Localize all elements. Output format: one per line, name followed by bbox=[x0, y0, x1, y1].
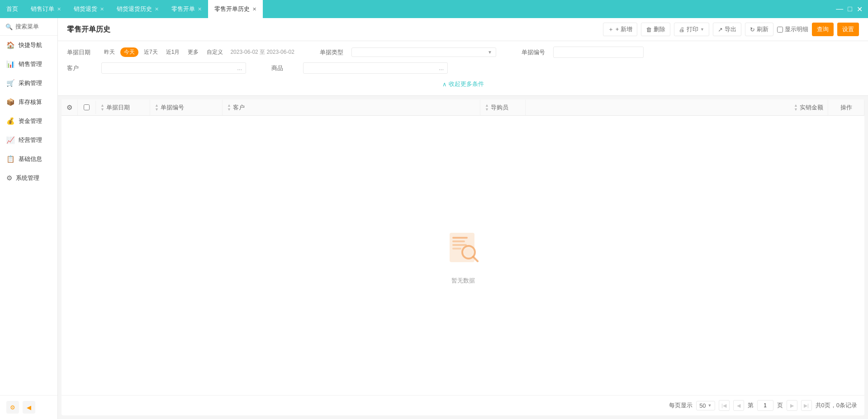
filter-row-1: 单据日期 昨天 今天 近7天 近1月 更多 自定义 2023-06-02 至 2… bbox=[67, 47, 859, 58]
page-first-btn[interactable]: |◀ bbox=[719, 400, 730, 411]
close-tab-retail-order-history[interactable]: ✕ bbox=[252, 6, 256, 12]
table-header: ⚙ ▲▼ 单据日期 ▲▼ 单据编号 ▲▼ 客户 ▲▼ bbox=[62, 99, 864, 116]
th-settings[interactable]: ⚙ bbox=[62, 100, 78, 115]
date-btn-today[interactable]: 今天 bbox=[120, 47, 138, 57]
tab-retail-order-history[interactable]: 零售开单历史 ✕ bbox=[208, 0, 263, 18]
pagination-total: 共0页，0条记录 bbox=[816, 401, 857, 410]
customer-label: 客户 bbox=[67, 64, 94, 72]
th-order-no[interactable]: ▲▼ 单据编号 bbox=[150, 100, 223, 115]
sidebar-item-quick-nav[interactable]: 🏠 快捷导航 bbox=[0, 36, 57, 55]
export-button[interactable]: ↗ 导出 bbox=[713, 23, 741, 36]
page-input[interactable] bbox=[757, 400, 773, 411]
maximize-btn[interactable]: □ bbox=[848, 5, 852, 13]
sidebar-settings-btn[interactable]: ⚙ bbox=[6, 401, 19, 414]
page-last-btn[interactable]: ▶| bbox=[801, 400, 812, 411]
page-size-arrow: ▼ bbox=[708, 403, 712, 408]
sidebar-collapse-btn[interactable]: ◀ bbox=[23, 401, 35, 414]
svg-rect-4 bbox=[452, 248, 461, 250]
date-btn-7days[interactable]: 近7天 bbox=[141, 47, 161, 57]
svg-rect-1 bbox=[452, 237, 468, 239]
tab-list: 首页 销售订单 ✕ 销货退货 ✕ 销货退货历史 ✕ 零售开单 ✕ 零售开单历史 … bbox=[0, 0, 836, 18]
empty-illustration bbox=[441, 226, 486, 271]
purchase-icon: 🛒 bbox=[6, 79, 15, 87]
th-guide[interactable]: ▲▼ 导购员 bbox=[480, 100, 526, 115]
print-icon: 🖨 bbox=[679, 26, 685, 33]
date-btn-custom[interactable]: 自定义 bbox=[204, 47, 226, 57]
page-next-btn[interactable]: ▶ bbox=[787, 400, 797, 411]
sort-amount-icon: ▲▼ bbox=[794, 104, 798, 112]
customer-dots-icon: ... bbox=[237, 65, 242, 71]
select-all-checkbox[interactable] bbox=[84, 104, 90, 110]
filter-area: 单据日期 昨天 今天 近7天 近1月 更多 自定义 2023-06-02 至 2… bbox=[58, 41, 868, 96]
query-button[interactable]: 查询 bbox=[812, 23, 834, 36]
close-tab-sales-return[interactable]: ✕ bbox=[100, 6, 104, 12]
date-btn-1month[interactable]: 近1月 bbox=[163, 47, 183, 57]
date-label: 单据日期 bbox=[67, 48, 94, 56]
tab-home[interactable]: 首页 bbox=[0, 0, 24, 18]
settings-gear-icon: ⚙ bbox=[66, 104, 72, 112]
type-select-arrow: ▼ bbox=[488, 50, 492, 55]
collapse-button[interactable]: ∧ 收起更多条件 bbox=[442, 78, 484, 90]
customer-input[interactable]: ... bbox=[101, 62, 246, 74]
page-prev-btn[interactable]: ◀ bbox=[733, 400, 744, 411]
sort-customer-icon: ▲▼ bbox=[227, 104, 231, 112]
filter-row-2: 客户 ... 商品 ... bbox=[67, 62, 859, 74]
sidebar-bottom: ⚙ ◀ bbox=[0, 395, 57, 419]
page-unit: 页 bbox=[777, 401, 783, 410]
close-tab-sales-return-history[interactable]: ✕ bbox=[155, 6, 159, 12]
goods-dots-icon: ... bbox=[439, 65, 444, 71]
minimize-btn[interactable]: — bbox=[836, 5, 843, 13]
order-no-input[interactable] bbox=[553, 47, 644, 58]
system-icon: ⚙ bbox=[6, 174, 12, 182]
settings-button[interactable]: 设置 bbox=[837, 23, 859, 36]
sidebar-item-system[interactable]: ⚙ 系统管理 bbox=[0, 169, 57, 188]
delete-icon: 🗑 bbox=[646, 26, 652, 33]
collapse-up-icon: ∧ bbox=[442, 81, 447, 88]
delete-button[interactable]: 🗑 删除 bbox=[641, 23, 670, 36]
empty-text: 暂无数据 bbox=[451, 277, 475, 285]
th-customer[interactable]: ▲▼ 客户 bbox=[223, 100, 480, 115]
table-area: ⚙ ▲▼ 单据日期 ▲▼ 单据编号 ▲▼ 客户 ▲▼ bbox=[62, 99, 864, 415]
sidebar-item-operations[interactable]: 📈 经营管理 bbox=[0, 131, 57, 150]
refresh-icon: ↻ bbox=[750, 26, 755, 33]
display-detail-input[interactable] bbox=[777, 27, 783, 33]
sidebar-search[interactable]: 🔍 搜索菜单 bbox=[0, 18, 57, 36]
date-range-display: 2023-06-02 至 2023-06-02 bbox=[230, 48, 294, 56]
refresh-button[interactable]: ↻ 刷新 bbox=[745, 23, 773, 36]
top-bar: 首页 销售订单 ✕ 销货退货 ✕ 销货退货历史 ✕ 零售开单 ✕ 零售开单历史 … bbox=[0, 0, 868, 18]
sidebar-item-sales[interactable]: 📊 销售管理 bbox=[0, 55, 57, 74]
sidebar-item-finance[interactable]: 💰 资金管理 bbox=[0, 112, 57, 131]
print-button[interactable]: 🖨 打印 ▼ bbox=[674, 23, 709, 36]
svg-rect-3 bbox=[452, 244, 467, 246]
tab-sales-return[interactable]: 销货退货 ✕ bbox=[67, 0, 110, 18]
page-label: 第 bbox=[748, 401, 754, 410]
page-size-select[interactable]: 50 ▼ bbox=[696, 401, 715, 410]
tab-sales-order[interactable]: 销售订单 ✕ bbox=[24, 0, 67, 18]
goods-input[interactable]: ... bbox=[303, 62, 448, 74]
tab-sales-return-history[interactable]: 销货退货历史 ✕ bbox=[110, 0, 165, 18]
svg-point-7 bbox=[465, 249, 472, 256]
base-info-icon: 📋 bbox=[6, 155, 15, 163]
close-tab-sales-order[interactable]: ✕ bbox=[57, 6, 61, 12]
sidebar-item-purchase[interactable]: 🛒 采购管理 bbox=[0, 74, 57, 93]
operations-icon: 📈 bbox=[6, 136, 15, 144]
th-amount[interactable]: ▲▼ 实销金额 bbox=[774, 100, 828, 115]
window-controls: — □ ✕ bbox=[836, 5, 868, 14]
print-arrow-icon: ▼ bbox=[700, 27, 704, 32]
add-button[interactable]: ＋ + 新增 bbox=[603, 23, 637, 36]
date-btn-yesterday[interactable]: 昨天 bbox=[101, 47, 118, 57]
sort-date-icon: ▲▼ bbox=[100, 104, 104, 112]
window-close-btn[interactable]: ✕ bbox=[857, 5, 863, 14]
sidebar-item-base-info[interactable]: 📋 基础信息 bbox=[0, 150, 57, 169]
type-select[interactable]: ▼ bbox=[351, 47, 496, 57]
sidebar-item-inventory[interactable]: 📦 库存核算 bbox=[0, 93, 57, 112]
content-area: 零售开单历史 ＋ + 新增 🗑 删除 🖨 打印 ▼ ↗ 导出 bbox=[58, 18, 868, 419]
th-checkbox[interactable] bbox=[78, 101, 96, 114]
pagination: 每页显示 50 ▼ |◀ ◀ 第 页 ▶ ▶| 共0页，0条记录 bbox=[62, 395, 864, 415]
close-tab-retail-order[interactable]: ✕ bbox=[198, 6, 202, 12]
tab-retail-order[interactable]: 零售开单 ✕ bbox=[165, 0, 208, 18]
date-btn-more[interactable]: 更多 bbox=[185, 47, 201, 57]
display-detail-checkbox[interactable]: 显示明细 bbox=[777, 25, 808, 33]
th-date[interactable]: ▲▼ 单据日期 bbox=[96, 100, 150, 115]
filter-collapse-section: ∧ 收起更多条件 bbox=[67, 78, 859, 90]
